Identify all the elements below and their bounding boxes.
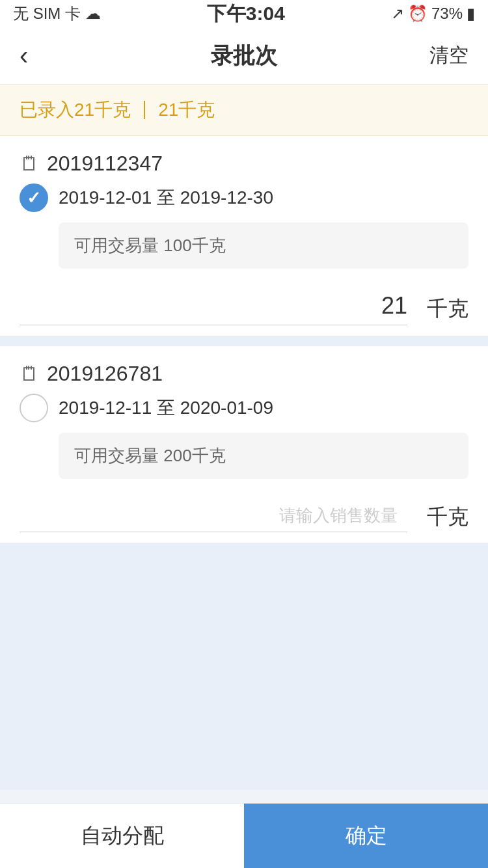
quantity-input-wrapper-1: 21 [20,292,407,325]
no-sim-text: 无 SIM 卡 ☁ [13,3,101,24]
summary-banner: 已录入21千克 21千克 [0,85,488,136]
blue-separator-1 [0,336,488,346]
summary-divider [144,101,145,119]
status-left: 无 SIM 卡 ☁ [13,3,101,24]
nav-bar: ‹ 录批次 清空 [0,27,488,85]
back-button[interactable]: ‹ [20,41,59,70]
quantity-unit-1: 千克 [427,295,468,323]
batch-date-2: 2019-12-11 至 2020-01-09 [59,396,273,420]
status-bar: 无 SIM 卡 ☁ 下午3:04 ↗ ⏰ 73% ▮ [0,0,488,27]
batch-item-1: 🗒 2019112347 2019-12-01 至 2019-12-30 可用交… [0,136,488,269]
batch-id-icon-2: 🗒 [20,363,39,385]
auto-distribute-button[interactable]: 自动分配 [0,804,244,868]
batch-date-row-1: 2019-12-01 至 2019-12-30 [20,183,468,212]
radio-button-2[interactable] [20,394,48,422]
batch-header-1: 🗒 2019112347 [20,152,468,176]
batch-date-1: 2019-12-01 至 2019-12-30 [59,185,273,210]
quantity-value-1: 21 [381,292,407,319]
quantity-row-2: 千克 [0,492,488,543]
quantity-unit-2: 千克 [427,503,468,532]
batch-item-2: 🗒 2019126781 2019-12-11 至 2020-01-09 可用交… [0,346,488,479]
battery-icon: ▮ [467,5,475,23]
battery-text: 73% [431,5,463,23]
batch-id-text-2: 2019126781 [47,362,163,386]
location-icon: ↗ [391,5,404,23]
quantity-input-wrapper-2[interactable] [20,502,407,532]
clear-button[interactable]: 清空 [429,42,468,69]
radio-button-1[interactable] [20,183,48,212]
batch-date-row-2: 2019-12-11 至 2020-01-09 [20,394,468,422]
main-content: 已录入21千克 21千克 🗒 2019112347 2019-12-01 至 2… [0,85,488,855]
status-right: ↗ ⏰ 73% ▮ [391,5,475,23]
summary-value: 21千克 [158,98,215,122]
avail-box-2: 可用交易量 200千克 [59,433,468,479]
summary-label: 已录入21千克 [20,98,131,122]
status-time: 下午3:04 [207,1,285,27]
batch-section-1: 🗒 2019112347 2019-12-01 至 2019-12-30 可用交… [0,136,488,336]
batch-id-icon-1: 🗒 [20,153,39,175]
batch-header-2: 🗒 2019126781 [20,362,468,386]
batch-section-2: 🗒 2019126781 2019-12-11 至 2020-01-09 可用交… [0,346,488,543]
batch-id-text-1: 2019112347 [47,152,163,176]
quantity-row-1: 21 千克 [0,282,488,336]
confirm-button[interactable]: 确定 [244,804,488,868]
alarm-icon: ⏰ [408,5,427,23]
quantity-input-2[interactable] [277,502,407,526]
avail-box-1: 可用交易量 100千克 [59,223,468,269]
bottom-bar: 自动分配 确定 [0,803,488,868]
page-title: 录批次 [211,41,277,71]
empty-area [0,543,488,790]
